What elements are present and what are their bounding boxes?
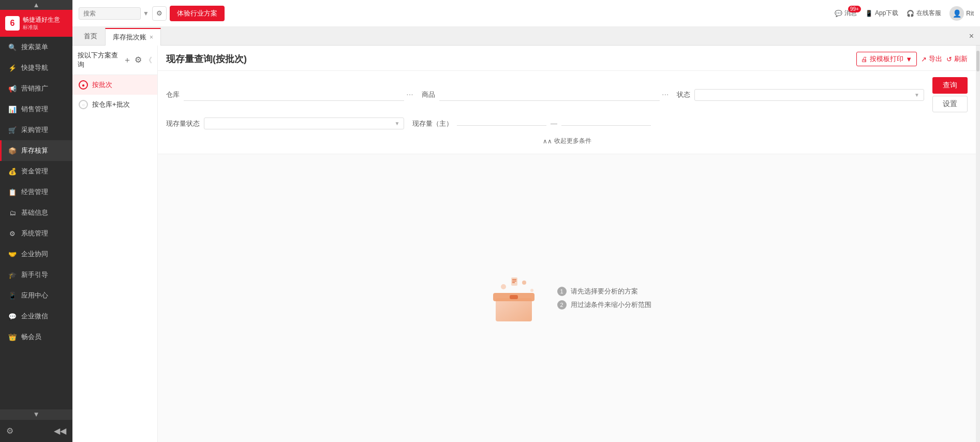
app-download-button[interactable]: 📱 App下载 — [865, 9, 898, 18]
collapse-sidebar-button[interactable]: ◀◀ — [52, 424, 68, 438]
enterprise-icon: 🤝 — [8, 249, 17, 259]
svg-rect-2 — [510, 295, 518, 299]
page-close-button[interactable]: × — [969, 32, 974, 40]
tab-inventory-batch[interactable]: 库存批次账 × — [105, 28, 161, 46]
system-icon: ⚙ — [8, 229, 17, 238]
filter-settings-button[interactable]: 设置 — [932, 96, 968, 112]
warehouse-filter-label: 仓库 — [166, 90, 180, 99]
collapse-more-button[interactable]: ∧∧ 收起更多条件 — [166, 135, 968, 148]
scheme-item-batch[interactable]: ● 按批次 — [72, 75, 157, 95]
status-filter-select[interactable]: ▼ — [694, 89, 924, 101]
sidebar-nav: 🔍 搜索菜单 ⚡ 快捷导航 📢 营销推广 📊 销售管理 🛒 采购管理 📦 库存核… — [0, 37, 72, 409]
empty-tips: 1 请先选择要分析的方案 2 用过滤条件来缩小分析范围 — [557, 287, 651, 310]
page-header-actions: 🖨 按模板打印 ▼ ↗ 导出 ↺ 刷新 — [856, 52, 968, 66]
tab-close-icon[interactable]: × — [150, 34, 153, 41]
user-name: Rit — [966, 10, 974, 17]
sidebar-item-marketing[interactable]: 📢 营销推广 — [0, 78, 72, 99]
left-panel-title: 按以下方案查询 — [78, 51, 123, 69]
scheme-settings-button[interactable]: ⚙ — [135, 56, 142, 64]
app-brand: 畅捷通好生意 标准版 — [23, 16, 60, 31]
empty-tip-1: 1 请先选择要分析的方案 — [557, 287, 651, 296]
stock-status-filter-label: 现存量状态 — [166, 119, 200, 128]
scrollbar-thumb[interactable] — [976, 51, 979, 71]
filter-group-warehouse: 仓库 ··· — [166, 89, 413, 101]
topbar: ▼ ⚙ 体验行业方案 💬 消息 99+ 📱 App下载 🎧 在线客服 👤 Rit — [72, 0, 980, 27]
stock-quantity-dash: — — [551, 120, 557, 127]
sidebar-item-quicknav[interactable]: ⚡ 快捷导航 — [0, 57, 72, 78]
svg-point-3 — [501, 284, 506, 289]
stock-quantity-filter-label: 现存量（主） — [412, 119, 453, 128]
finance-icon: 💰 — [8, 167, 17, 176]
tab-home[interactable]: 首页 — [77, 27, 105, 46]
svg-point-4 — [522, 281, 526, 285]
add-scheme-button[interactable]: ＋ — [123, 56, 131, 64]
tabbar: 首页 库存批次账 × × — [72, 27, 980, 46]
messages-badge: 99+ — [848, 6, 861, 12]
messages-button[interactable]: 💬 消息 99+ — [835, 9, 857, 18]
print-button[interactable]: 🖨 按模板打印 ▼ — [856, 52, 917, 66]
side-scrollbar[interactable] — [976, 46, 980, 442]
query-button[interactable]: 查询 — [932, 77, 968, 94]
product-filter-input[interactable] — [439, 89, 660, 101]
topbar-search-input[interactable] — [79, 7, 141, 20]
topbar-right: 💬 消息 99+ 📱 App下载 🎧 在线客服 👤 Rit — [835, 6, 974, 21]
filter-group-status: 状态 ▼ — [677, 89, 924, 101]
online-service-button[interactable]: 🎧 在线客服 — [907, 9, 941, 18]
sidebar-item-purchase[interactable]: 🛒 采购管理 — [0, 120, 72, 140]
settings-footer-button[interactable]: ⚙ — [4, 424, 16, 438]
product-filter-label: 商品 — [422, 90, 435, 99]
stock-status-filter-select[interactable]: ▼ — [204, 117, 404, 129]
svg-rect-0 — [496, 298, 532, 321]
member-icon: 👑 — [8, 332, 17, 342]
topbar-search-area: ▼ — [79, 7, 149, 20]
refresh-button[interactable]: ↺ 刷新 — [946, 54, 968, 64]
sidebar-item-sales[interactable]: 📊 销售管理 — [0, 99, 72, 120]
product-dots-button[interactable]: ··· — [662, 90, 669, 99]
collapse-panel-button[interactable]: 《 — [145, 56, 152, 64]
sidebar-item-search[interactable]: 🔍 搜索菜单 — [0, 37, 72, 57]
app-logo: 6 — [5, 16, 20, 31]
filter-area: 仓库 ··· 商品 ··· 状态 ▼ — [158, 71, 976, 154]
sidebar-item-basic[interactable]: 🗂 基础信息 — [0, 202, 72, 223]
printer-icon: 🖨 — [861, 55, 868, 63]
trial-btn[interactable]: 体验行业方案 — [170, 6, 225, 21]
stock-quantity-max-value[interactable] — [561, 121, 651, 126]
warehouse-filter-input[interactable] — [184, 89, 404, 101]
sidebar-item-finance[interactable]: 💰 资金管理 — [0, 161, 72, 182]
sidebar-item-inventory[interactable]: 📦 库存核算 — [0, 140, 72, 161]
refresh-icon: ↺ — [946, 55, 952, 63]
sales-icon: 📊 — [8, 105, 17, 114]
sidebar-item-weixin[interactable]: 💬 企业微信 — [0, 306, 72, 327]
scheme-inactive-icon: ○ — [79, 100, 88, 109]
export-button[interactable]: ↗ 导出 — [921, 54, 942, 64]
stock-status-select-arrow: ▼ — [394, 121, 399, 126]
scheme-label: 按仓库+批次 — [92, 100, 130, 109]
user-area[interactable]: 👤 Rit — [949, 6, 974, 21]
download-icon: 📱 — [865, 10, 873, 17]
stock-quantity-min-value[interactable] — [457, 121, 546, 126]
sidebar-item-enterprise[interactable]: 🤝 企业协同 — [0, 244, 72, 264]
sidebar-item-newbie[interactable]: 🎓 新手引导 — [0, 264, 72, 285]
purchase-icon: 🛒 — [8, 125, 17, 135]
sidebar-item-operations[interactable]: 📋 经营管理 — [0, 182, 72, 202]
status-select-arrow: ▼ — [914, 92, 919, 98]
topbar-gear-button[interactable]: ⚙ — [152, 6, 167, 21]
scheme-active-icon: ● — [79, 80, 88, 90]
filter-group-product: 商品 ··· — [422, 89, 669, 101]
basic-icon: 🗂 — [8, 208, 17, 217]
sidebar-item-member[interactable]: 👑 畅会员 — [0, 327, 72, 347]
status-filter-label: 状态 — [677, 90, 690, 99]
left-panel-header: 按以下方案查询 ＋ ⚙ 《 — [72, 46, 157, 75]
headset-icon: 🎧 — [907, 10, 914, 17]
sidebar-scroll-down[interactable]: ▼ — [0, 409, 72, 419]
sidebar-header: 6 畅捷通好生意 标准版 — [0, 10, 72, 37]
sidebar-item-appstore[interactable]: 📱 应用中心 — [0, 285, 72, 306]
scheme-item-warehouse-batch[interactable]: ○ 按仓库+批次 — [72, 95, 157, 114]
warehouse-dots-button[interactable]: ··· — [406, 90, 413, 99]
empty-state: 1 请先选择要分析的方案 2 用过滤条件来缩小分析范围 — [158, 154, 976, 442]
empty-illustration — [483, 272, 545, 324]
sidebar-scroll-up[interactable]: ▲ — [0, 0, 72, 10]
sidebar-item-system[interactable]: ⚙ 系统管理 — [0, 223, 72, 244]
topbar-chevron-icon[interactable]: ▼ — [143, 10, 149, 17]
avatar: 👤 — [949, 6, 964, 21]
